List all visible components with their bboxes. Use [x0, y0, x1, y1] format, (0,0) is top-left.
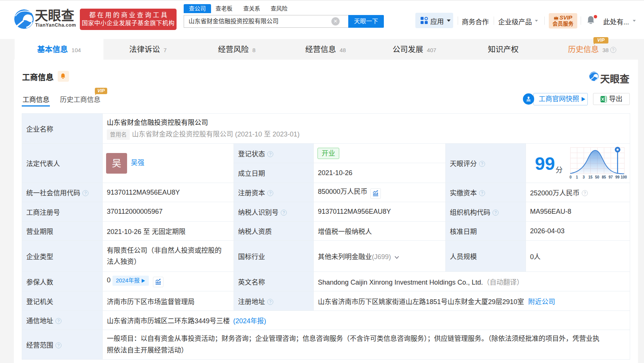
svg-text:3: 3	[583, 175, 585, 179]
svg-text:85: 85	[602, 175, 606, 179]
svg-text:1: 1	[576, 175, 578, 179]
svg-text:99: 99	[615, 175, 620, 179]
svg-text:97: 97	[608, 175, 613, 179]
svg-text:100: 100	[621, 175, 627, 179]
svg-text:15: 15	[588, 175, 593, 179]
svg-text:0: 0	[569, 175, 572, 179]
svg-text:50: 50	[595, 175, 599, 179]
